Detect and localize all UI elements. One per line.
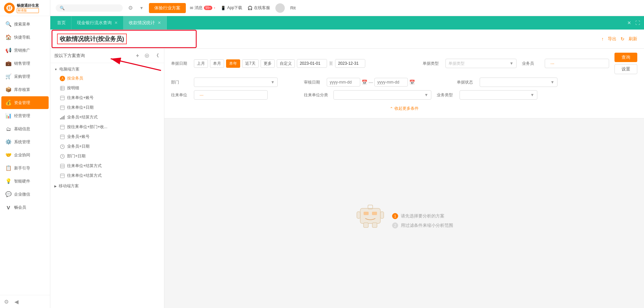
settings-top-icon[interactable]: ⚙ — [127, 4, 134, 12]
audit-date-cal-icon[interactable]: 📅 — [362, 80, 367, 85]
page-title: 收款情况统计(按业务员) — [57, 34, 127, 44]
sidebar-item-purchase[interactable]: 🛒 采购管理 — [1, 70, 49, 83]
plan-item-salesman-account[interactable]: 业务员+账号 — [50, 132, 164, 142]
sidebar-item-operation[interactable]: 📊 经营管理 — [1, 109, 49, 122]
sidebar-item-finance[interactable]: 💰 资金管理 — [1, 96, 49, 109]
tab-expand-icon[interactable]: ⛶ — [635, 20, 640, 25]
dropdown-arrow-icon[interactable]: ▼ — [140, 6, 144, 10]
sidebar-item-base[interactable]: 🗂 基础信息 — [1, 122, 49, 135]
base-icon: 🗂 — [5, 126, 11, 132]
sidebar-item-marketing[interactable]: 📢 营销推广 — [1, 44, 49, 57]
salesman-select[interactable]: ··· — [545, 59, 609, 68]
plan-item-dept-date[interactable]: 部门+日期 — [50, 151, 164, 161]
plan-item-salesman-date[interactable]: 业务员+日期 — [50, 142, 164, 151]
partner-more-icon[interactable]: ··· — [198, 92, 205, 98]
tab-collection[interactable]: 收款情况统计 ✕ — [123, 16, 167, 30]
settings-button[interactable]: 设置 — [614, 64, 637, 74]
voucher-type-select[interactable]: 单据类型 ▼ — [445, 59, 517, 68]
plan-item-unit-settle1[interactable]: 往来单位+结算方式 — [50, 161, 164, 171]
salesman-more-icon[interactable]: ··· — [549, 61, 556, 66]
plan-item-unit-date[interactable]: 往来单位+日期 — [50, 103, 164, 112]
top-search-bar[interactable]: 🔍 — [56, 4, 123, 12]
collapse-label: 收起更多条件 — [394, 106, 419, 111]
sidebar-item-vip[interactable]: V 畅会员 — [1, 201, 49, 214]
sidebar-item-quick-nav[interactable]: 🏠 快捷导航 — [1, 31, 49, 44]
app-download-link[interactable]: 📱 App下载 — [221, 5, 242, 11]
date-end-input[interactable] — [335, 59, 365, 68]
audit-date-cal2-icon[interactable]: 📅 — [409, 80, 415, 85]
tab-collection-close-icon[interactable]: ✕ — [158, 20, 161, 25]
sidebar-label-smart: 智能硬件 — [14, 178, 30, 184]
page-header: 收款情况统计(按业务员) ↑ 导出 ↻ 刷新 — [50, 30, 644, 49]
sidebar-item-smart[interactable]: 💡 智能硬件 — [1, 175, 49, 188]
date-btn-this-year[interactable]: 本年 — [226, 59, 240, 68]
date-btn-custom[interactable]: 自定义 — [277, 59, 295, 68]
voucher-status-select[interactable]: ▼ — [480, 78, 557, 87]
query-button[interactable]: 查询 — [614, 53, 637, 62]
tab-home-label: 首页 — [57, 20, 66, 26]
data-area: 1 请先选择要分析的方案 2 用过滤条件来缩小分析范围 — [164, 118, 644, 308]
export-button[interactable]: 导出 — [608, 36, 616, 42]
sidebar-item-newbie[interactable]: 📋 新手引导 — [1, 162, 49, 174]
dept-arrow-icon: ▼ — [271, 80, 275, 85]
top-bar: 🔍 ⚙ ▼ 体验行业方案 ✉ 消息 99+ + 📱 App下载 🎧 在线客服 — [50, 0, 644, 16]
date-btn-more[interactable]: 更多 — [261, 59, 275, 68]
plan-group-desktop[interactable]: ▼ 电脑端方案 — [50, 65, 164, 73]
sidebar-item-enterprise[interactable]: 🤝 企业协同 — [1, 149, 49, 161]
user-avatar[interactable] — [275, 3, 285, 13]
partner-category-select[interactable]: ▼ — [333, 90, 431, 100]
search-top-icon: 🔍 — [60, 6, 65, 10]
sidebar-item-sales[interactable]: 💼 销售管理 — [1, 57, 49, 70]
plan-item-salesman-settle[interactable]: 业务员+结算方式 — [50, 112, 164, 122]
add-plan-icon[interactable]: + — [134, 52, 141, 59]
plan-item-unit-settle2[interactable]: 往来单位+结算方式 — [50, 171, 164, 181]
refresh-button[interactable]: 刷新 — [629, 36, 637, 42]
svg-rect-33 — [364, 223, 368, 227]
dept-label: 部门 — [171, 80, 191, 85]
collapse-sidebar-icon[interactable]: ◀ — [13, 298, 20, 305]
plan-item-salesman[interactable]: 人 按业务员 — [50, 73, 164, 83]
plan-item-unit-dept[interactable]: 按往来单位+部门+收... — [50, 122, 164, 132]
partner-select[interactable]: ··· — [194, 90, 268, 100]
business-type-group: 业务类型 ▼ — [437, 90, 537, 100]
date-start-input[interactable] — [297, 59, 327, 68]
collapse-panel-icon[interactable]: 《 — [153, 52, 160, 59]
svg-text:好: 好 — [7, 6, 12, 10]
sidebar-item-wechat[interactable]: 💬 企业微信 — [1, 188, 49, 201]
voucher-status-arrow-icon: ▼ — [550, 80, 554, 85]
business-type-select[interactable]: ▼ — [460, 90, 537, 100]
svg-rect-32 — [380, 212, 384, 218]
partner-group: 往来单位 ··· — [171, 90, 299, 100]
plan-group-mobile[interactable]: ▶ 移动端方案 — [50, 182, 164, 190]
date-btn-this-month[interactable]: 本月 — [210, 59, 224, 68]
sidebar-item-search[interactable]: 🔍 搜索菜单 — [1, 18, 49, 31]
sidebar-label-quick-nav: 快捷导航 — [14, 35, 30, 40]
plan-item-unit-account[interactable]: 往来单位+账号 — [50, 93, 164, 103]
collapse-filter-button[interactable]: ⌃ 收起更多条件 — [171, 103, 637, 114]
voucher-type-arrow-icon: ▼ — [509, 61, 514, 66]
expand-mobile-icon: ▶ — [54, 185, 57, 188]
svg-point-2 — [145, 54, 149, 58]
tab-home[interactable]: 首页 — [50, 16, 71, 30]
dept-select[interactable]: ▼ — [194, 78, 278, 87]
date-btn-last-7[interactable]: 近7天 — [242, 59, 259, 68]
settings-footer-icon[interactable]: ⚙ — [3, 298, 10, 305]
trial-button[interactable]: 体验行业方案 — [149, 3, 186, 13]
plan-item-salesman-label: 按业务员 — [67, 75, 83, 81]
date-btn-last-month[interactable]: 上月 — [194, 59, 208, 68]
tab-bank[interactable]: 现金银行流水查询 ✕ — [71, 16, 123, 30]
online-service-link[interactable]: 🎧 在线客服 — [248, 5, 270, 11]
audit-date-start-input[interactable] — [327, 78, 360, 87]
audit-date-end-input[interactable] — [374, 78, 408, 87]
sidebar-item-inventory[interactable]: 📦 库存核算 — [1, 83, 49, 96]
tab-bank-close-icon[interactable]: ✕ — [114, 20, 118, 25]
unit-settle2-icon — [60, 173, 65, 178]
messages-link[interactable]: ✉ 消息 99+ + — [190, 5, 215, 11]
sidebar-label-inventory: 库存核算 — [14, 87, 30, 93]
salesman-date-icon — [60, 144, 65, 149]
plan-item-detail[interactable]: 按明细 — [50, 83, 164, 93]
settings-plan-icon[interactable] — [143, 52, 151, 59]
tab-close-all-icon[interactable]: ✕ — [627, 20, 631, 25]
plan-item-unit-settle2-label: 往来单位+结算方式 — [67, 173, 102, 178]
sidebar-item-system[interactable]: ⚙️ 系统管理 — [1, 136, 49, 148]
